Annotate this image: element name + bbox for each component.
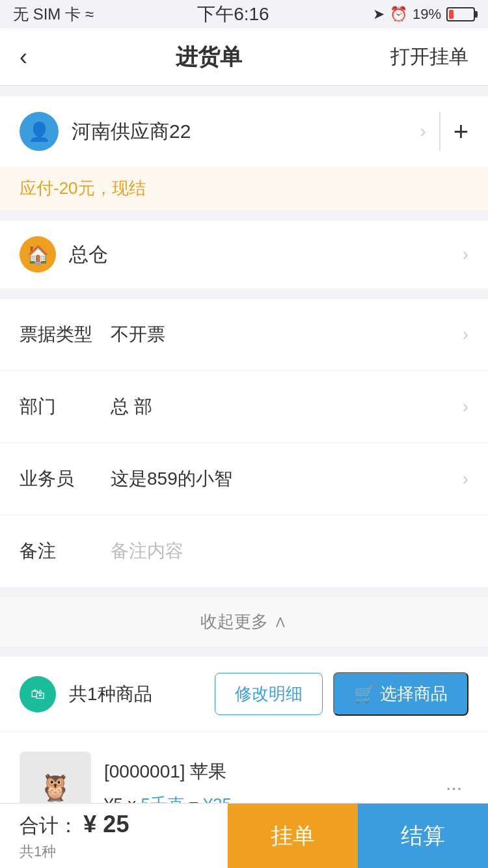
department-value: 总 部 <box>111 394 463 419</box>
warehouse-name: 总仓 <box>69 241 463 268</box>
supplier-divider <box>439 112 441 151</box>
salesperson-row[interactable]: 业务员 这是859的小智 › <box>0 443 488 515</box>
status-right: ➤ ⏰ 19% <box>373 6 475 23</box>
supplier-name: 河南供应商22 <box>72 118 420 145</box>
cart-icon: 🛒 <box>354 684 375 704</box>
bottom-bar: 合计： ¥ 25 共1种 挂单 结算 <box>0 803 488 868</box>
person-icon: 👤 <box>28 121 51 142</box>
supplier-avatar: 👤 <box>20 112 59 151</box>
battery-icon <box>446 7 475 21</box>
checkout-button[interactable]: 结算 <box>358 804 488 868</box>
nav-bar: ‹ 进货单 打开挂单 <box>0 29 488 86</box>
battery-percent: 19% <box>413 6 441 23</box>
department-label: 部门 <box>20 394 98 419</box>
status-bar: 无 SIM 卡 ≈ 下午6:16 ➤ ⏰ 19% <box>0 0 488 29</box>
supplier-row[interactable]: 👤 河南供应商22 › + <box>0 96 488 167</box>
alarm-icon: ⏰ <box>390 6 407 23</box>
warehouse-icon: 🏠 <box>20 236 56 273</box>
location-icon: ➤ <box>373 6 385 23</box>
hang-button[interactable]: 挂单 <box>228 804 358 868</box>
page-title: 进货单 <box>176 42 242 72</box>
add-supplier-button[interactable]: + <box>454 117 468 146</box>
owl-icon: 🦉 <box>39 772 72 803</box>
product-bag-icon: 🛍 <box>20 676 56 712</box>
salesperson-value: 这是859的小智 <box>111 467 463 491</box>
product-count: 共1种商品 <box>69 682 215 707</box>
notice-bar: 应付-20元，现结 <box>0 167 488 210</box>
sim-status: 无 SIM 卡 ≈ <box>13 4 94 25</box>
select-product-button[interactable]: 🛒 选择商品 <box>333 672 468 716</box>
product-header: 🛍 共1种商品 修改明细 🛒 选择商品 <box>0 657 488 732</box>
warehouse-section[interactable]: 🏠 总仓 › <box>0 221 488 288</box>
salesperson-chevron-icon: › <box>463 468 468 489</box>
total-area: 合计： ¥ 25 共1种 <box>0 804 228 868</box>
product-more-button[interactable]: ··· <box>439 770 468 805</box>
invoice-type-row[interactable]: 票据类型 不开票 › <box>0 299 488 371</box>
invoice-type-label: 票据类型 <box>20 322 98 347</box>
remark-label: 备注 <box>20 539 98 563</box>
product-name: [0000001] 苹果 <box>104 759 439 784</box>
salesperson-label: 业务员 <box>20 467 98 491</box>
back-button[interactable]: ‹ <box>20 44 27 71</box>
department-row[interactable]: 部门 总 部 › <box>0 371 488 443</box>
bag-icon: 🛍 <box>31 686 45 703</box>
supplier-chevron-icon: › <box>420 121 426 142</box>
form-section: 票据类型 不开票 › 部门 总 部 › 业务员 这是859的小智 › 备注 备注… <box>0 299 488 587</box>
collapse-bar[interactable]: 收起更多 ∧ <box>0 597 488 646</box>
department-chevron-icon: › <box>463 396 468 417</box>
open-pending-button[interactable]: 打开挂单 <box>390 44 468 70</box>
invoice-type-value: 不开票 <box>111 322 463 347</box>
status-time: 下午6:16 <box>197 2 269 27</box>
remark-row[interactable]: 备注 备注内容 <box>0 515 488 587</box>
total-label: 合计： ¥ 25 <box>20 811 208 839</box>
warehouse-chevron-icon: › <box>463 244 468 265</box>
supplier-section: 👤 河南供应商22 › + 应付-20元，现结 <box>0 96 488 210</box>
total-count: 共1种 <box>20 842 208 861</box>
edit-detail-button[interactable]: 修改明细 <box>215 673 323 715</box>
status-left: 无 SIM 卡 ≈ <box>13 4 94 25</box>
home-icon: 🏠 <box>27 244 49 265</box>
remark-placeholder: 备注内容 <box>111 539 468 563</box>
invoice-type-chevron-icon: › <box>463 324 468 345</box>
total-amount: ¥ 25 <box>83 811 129 837</box>
